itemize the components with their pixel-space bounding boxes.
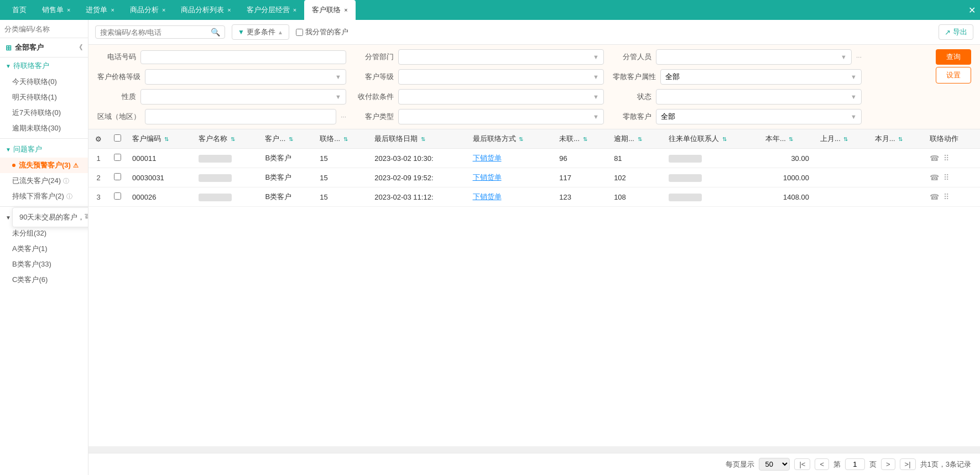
per-page-select[interactable]: 50 100 200	[759, 458, 790, 471]
page-suffix: 页	[869, 460, 877, 469]
first-page-btn[interactable]: |<	[794, 458, 810, 470]
sidebar-item-overdue[interactable]: 逾期未联络(30)	[0, 121, 88, 136]
bottom-scrollbar[interactable]	[88, 446, 980, 453]
action-contact-icon[interactable]: ☎	[930, 154, 939, 163]
action-more-icon[interactable]: ⠿	[943, 173, 949, 182]
th-last-date[interactable]: 最后联络日期 ⇅	[369, 129, 467, 149]
sidebar-search-input[interactable]	[4, 25, 88, 33]
settings-icon[interactable]: ⚙	[95, 135, 102, 143]
person-more-icon[interactable]: ···	[856, 53, 862, 61]
last-page-btn[interactable]: >|	[900, 458, 916, 470]
th-customer-type[interactable]: 客户... ⇅	[259, 129, 314, 149]
price-level-select[interactable]: ▼	[145, 69, 346, 85]
sidebar-item-ungroup[interactable]: 未分组(32)	[0, 226, 88, 241]
tab-customer-contact-close[interactable]: ×	[344, 7, 347, 13]
my-customers-checkbox-wrapper[interactable]: 我分管的客户	[296, 27, 348, 37]
tab-customer-contact[interactable]: 客户联络 ×	[304, 0, 355, 20]
th-last-month[interactable]: 上月... ⇅	[815, 129, 869, 149]
tab-purchase-close[interactable]: ×	[111, 7, 114, 13]
th-uncontacted[interactable]: 未联... ⇅	[554, 129, 608, 149]
sidebar-item-churn-warning[interactable]: 流失预警客户(3) ⚠	[0, 158, 88, 173]
region-select[interactable]	[145, 109, 336, 124]
th-code[interactable]: 客户编码 ⇅	[127, 129, 193, 149]
my-customers-checkbox[interactable]	[296, 29, 303, 36]
tab-product-analysis-close[interactable]: ×	[162, 7, 165, 13]
page-input[interactable]	[845, 458, 865, 470]
tab-purchase[interactable]: 进货单 ×	[78, 0, 122, 20]
phone-input[interactable]	[140, 50, 346, 64]
scatter-customer-select[interactable]: 全部 ▼	[656, 109, 862, 124]
row-checkbox[interactable]	[114, 192, 121, 200]
th-checkbox[interactable]	[108, 129, 127, 149]
row-checkbox[interactable]	[114, 154, 121, 161]
sidebar-item-class-b[interactable]: B类客户(33)	[0, 257, 88, 272]
search-input[interactable]	[100, 28, 211, 36]
row-last-method[interactable]: 下销货单	[467, 149, 554, 168]
action-contact-icon[interactable]: ☎	[930, 173, 939, 182]
row-checkbox-cell[interactable]	[108, 187, 127, 207]
last-method-link[interactable]: 下销货单	[473, 192, 502, 201]
sidebar-group-pending[interactable]: ▼ 待联络客户	[0, 58, 88, 74]
action-more-icon[interactable]: ⠿	[943, 154, 949, 163]
sidebar-item-tomorrow-pending[interactable]: 明天待联络(1)	[0, 90, 88, 105]
tab-product-analysis[interactable]: 商品分析 ×	[122, 0, 173, 20]
tab-sales[interactable]: 销售单 ×	[34, 0, 78, 20]
tab-product-list[interactable]: 商品分析列表 ×	[173, 0, 238, 20]
sidebar-item-class-a[interactable]: A类客户(1)	[0, 241, 88, 257]
tab-home[interactable]: 首页	[4, 0, 34, 20]
row-last-method[interactable]: 下销货单	[467, 187, 554, 207]
scatter-customer-chevron-icon: ▼	[851, 113, 857, 120]
status-select[interactable]: ▼	[656, 89, 862, 105]
th-this-month[interactable]: 本月... ⇅	[869, 129, 924, 149]
action-contact-icon[interactable]: ☎	[930, 192, 939, 201]
overdue-label: 逾期未联络(30)	[12, 123, 61, 133]
last-method-link[interactable]: 下销货单	[473, 173, 502, 181]
filter-dept: 分管部门 ▼	[355, 49, 604, 65]
row-checkbox[interactable]	[114, 173, 121, 180]
more-conditions-btn[interactable]: ▼ 更多条件 ▲	[232, 24, 289, 40]
window-close-button[interactable]: ✕	[968, 5, 976, 15]
tab-sales-close[interactable]: ×	[67, 7, 70, 13]
select-all-checkbox[interactable]	[114, 134, 121, 142]
row-checkbox-cell[interactable]	[108, 168, 127, 187]
sidebar-collapse-btn[interactable]: 《	[76, 43, 82, 53]
th-settings[interactable]: ⚙	[88, 129, 108, 149]
export-button[interactable]: ↗ 导出	[939, 24, 973, 40]
query-button[interactable]: 查询	[936, 49, 971, 65]
th-name[interactable]: 客户名称 ⇅	[193, 129, 259, 149]
sidebar-group-problem[interactable]: ▼ 问题客户	[0, 141, 88, 158]
tab-product-list-close[interactable]: ×	[227, 7, 231, 13]
th-contact-person[interactable]: 往来单位联系人 ⇅	[663, 129, 760, 149]
row-checkbox-cell[interactable]	[108, 149, 127, 168]
setting-button[interactable]: 设置	[936, 67, 971, 83]
toolbar-search-icon[interactable]: 🔍	[211, 28, 220, 36]
th-last-method[interactable]: 最后联络方式 ⇅	[467, 129, 554, 149]
sidebar-item-7days-pending[interactable]: 近7天待联络(0)	[0, 105, 88, 121]
sidebar-item-churned[interactable]: 已流失客户(24) ⓘ	[0, 173, 88, 189]
customer-level-select[interactable]: ▼	[398, 69, 604, 85]
prev-page-btn[interactable]: <	[815, 458, 829, 470]
sidebar-item-today-pending[interactable]: 今天待联络(0)	[0, 74, 88, 90]
payment-select[interactable]: ▼	[398, 89, 604, 105]
next-page-btn[interactable]: >	[881, 458, 895, 470]
tab-customer-layer[interactable]: 客户分层经营 ×	[239, 0, 304, 20]
main-container: 🔍 ⊞ 全部客户 《 ▼ 待联络客户 今天待联络(0) 明天待联络(1) 近7天…	[0, 20, 980, 475]
sidebar-item-declining[interactable]: 持续下滑客户(2) ⓘ	[0, 189, 88, 204]
sidebar-item-class-c[interactable]: C类客户(6)	[0, 272, 88, 288]
sidebar-all-customers[interactable]: ⊞ 全部客户 《	[0, 38, 88, 58]
action-more-icon[interactable]: ⠿	[943, 192, 949, 201]
person-select[interactable]: ▼	[656, 49, 852, 65]
row-last-method[interactable]: 下销货单	[467, 168, 554, 187]
th-overdue[interactable]: 逾期... ⇅	[608, 129, 663, 149]
sort-icon-type: ⇅	[289, 136, 293, 142]
region-more-icon[interactable]: ···	[341, 113, 346, 121]
th-this-year[interactable]: 本年... ⇅	[760, 129, 815, 149]
customer-type-select[interactable]: ▼	[398, 109, 604, 124]
tab-customer-layer-close[interactable]: ×	[293, 7, 296, 13]
th-contact-count[interactable]: 联络... ⇅	[314, 129, 369, 149]
last-method-link[interactable]: 下销货单	[473, 154, 502, 162]
nature-select[interactable]: ▼	[140, 89, 346, 105]
dept-select[interactable]: ▼	[398, 49, 604, 65]
scatter-attr-select[interactable]: 全部 ▼	[660, 69, 862, 85]
status-label: 状态	[613, 92, 651, 102]
